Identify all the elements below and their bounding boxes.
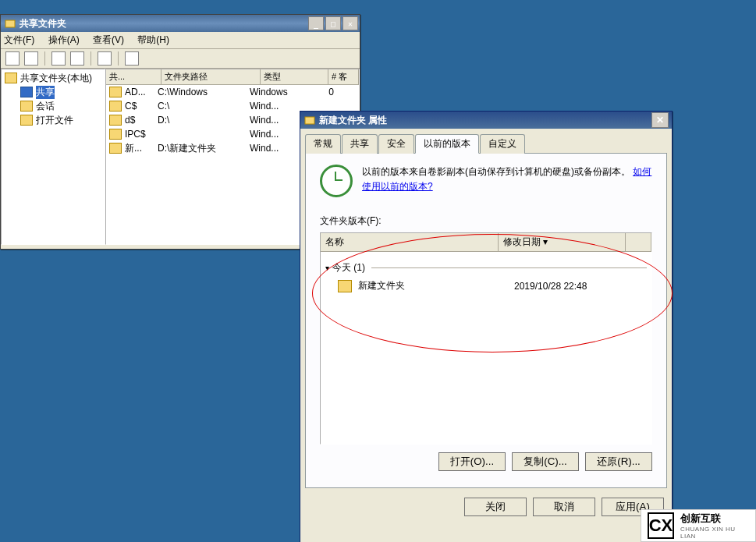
col-type[interactable]: 类型	[261, 69, 328, 84]
folder-icon	[338, 280, 352, 292]
versions-list[interactable]: 名称 修改日期 ▾ 今天 (1) 新建文件夹2019/10/28 22:48	[320, 232, 652, 445]
col-share-name[interactable]: 共...	[106, 69, 161, 84]
share-name: d$	[125, 115, 135, 126]
prop-titlebar[interactable]: 新建文件夹 属性 ✕	[300, 112, 672, 129]
sort-desc-icon: ▾	[543, 236, 548, 247]
folder-icon	[20, 101, 33, 112]
close-button[interactable]: ✕	[343, 16, 358, 30]
minimize-button[interactable]: _	[308, 16, 324, 30]
tab-customize[interactable]: 自定义	[480, 134, 525, 154]
versions-label: 文件夹版本(F):	[320, 214, 652, 228]
share-folder-icon	[109, 115, 122, 126]
main-titlebar[interactable]: 共享文件夹 _ □ ✕	[1, 15, 360, 32]
share-name: AD...	[125, 87, 146, 97]
brand-logo: CX 创新互联 CHUANG XIN HU LIAN	[641, 509, 756, 542]
main-title: 共享文件夹	[20, 17, 66, 30]
properties-dialog: 新建文件夹 属性 ✕ 常规 共享 安全 以前的版本 自定义 以前的版本来自卷影副…	[300, 111, 673, 542]
dialog-footer: 关闭 取消 应用(A)	[300, 493, 672, 523]
info-text: 以前的版本来自卷影副本(自动保存到计算机的硬盘)或备份副本。 如何使用以前的版本…	[362, 165, 652, 197]
share-connections: 0	[311, 87, 339, 97]
folder-icon	[5, 73, 17, 83]
version-date: 2019/10/28 22:48	[514, 281, 647, 292]
col-connections[interactable]: # 客	[328, 69, 359, 84]
svg-rect-1	[305, 117, 314, 124]
tab-security[interactable]: 安全	[378, 134, 414, 154]
tab-previous-versions[interactable]: 以前的版本	[415, 134, 479, 154]
col-date-label: 修改日期	[503, 236, 541, 247]
tb-refresh-icon[interactable]	[70, 51, 84, 66]
folder-icon	[303, 114, 316, 126]
tab-panel-previous-versions: 以前的版本来自卷影副本(自动保存到计算机的硬盘)或备份副本。 如何使用以前的版本…	[305, 153, 667, 488]
share-name: 新...	[125, 142, 142, 155]
col-name[interactable]: 名称	[321, 233, 499, 251]
tree-item-label: 会话	[36, 100, 55, 113]
nav-forward-icon[interactable]	[24, 51, 38, 66]
version-group-label: 今天 (1)	[332, 261, 365, 275]
share-row[interactable]: AD...C:\WindowsWindows0	[106, 85, 359, 99]
menu-view[interactable]: 查看(V)	[93, 34, 124, 45]
share-folder-icon	[109, 129, 122, 140]
cancel-button[interactable]: 取消	[533, 498, 595, 516]
nav-back-icon[interactable]	[5, 51, 20, 66]
app-icon	[4, 17, 16, 30]
brand-name-cn: 创新互联	[680, 512, 749, 526]
share-path: D:\	[158, 115, 250, 126]
tb-file-icon[interactable]	[51, 51, 66, 66]
maximize-button[interactable]: □	[325, 16, 341, 30]
col-spacer	[626, 233, 651, 251]
menubar: 文件(F) 操作(A) 查看(V) 帮助(H)	[1, 32, 360, 49]
tree-item-sessions[interactable]: 会话	[3, 99, 103, 113]
version-name: 新建文件夹	[358, 279, 514, 292]
tab-general[interactable]: 常规	[305, 134, 341, 154]
list-header[interactable]: 共... 文件夹路径 类型 # 客	[106, 69, 359, 85]
tree-root[interactable]: 共享文件夹(本地)	[3, 71, 103, 85]
share-name: IPC$	[125, 129, 146, 140]
tree-item-open-files[interactable]: 打开文件	[3, 113, 103, 127]
share-name: C$	[125, 101, 137, 112]
version-group-today[interactable]: 今天 (1)	[325, 261, 647, 275]
version-row[interactable]: 新建文件夹2019/10/28 22:48	[321, 278, 651, 294]
menu-file[interactable]: 文件(F)	[4, 34, 34, 45]
close-dialog-button[interactable]: 关闭	[464, 498, 527, 516]
col-folder-path[interactable]: 文件夹路径	[161, 69, 261, 84]
history-icon	[320, 165, 353, 197]
col-date[interactable]: 修改日期 ▾	[499, 233, 626, 251]
tree-item-label: 共享	[36, 86, 55, 99]
folder-icon	[20, 115, 33, 126]
share-path: C:\	[158, 101, 250, 112]
tree-root-label: 共享文件夹(本地)	[20, 72, 92, 85]
copy-button[interactable]: 复制(C)...	[512, 452, 579, 471]
tab-share[interactable]: 共享	[342, 134, 378, 154]
brand-name-en: CHUANG XIN HU LIAN	[680, 526, 749, 540]
folder-icon	[20, 87, 33, 97]
tb-export-icon[interactable]	[98, 51, 112, 66]
tb-help-icon[interactable]	[125, 51, 139, 66]
share-path: C:\Windows	[158, 87, 250, 97]
close-button[interactable]: ✕	[651, 112, 669, 128]
brand-mark: CX	[648, 512, 674, 539]
tree-item-shares[interactable]: 共享	[3, 85, 103, 99]
svg-rect-0	[5, 20, 15, 27]
share-folder-icon	[109, 87, 122, 97]
versions-header[interactable]: 名称 修改日期 ▾	[321, 233, 651, 252]
share-folder-icon	[109, 143, 122, 154]
menu-action[interactable]: 操作(A)	[48, 34, 80, 45]
share-type: Wind...	[250, 101, 311, 112]
share-path: D:\新建文件夹	[158, 142, 250, 155]
tab-bar: 常规 共享 安全 以前的版本 自定义	[300, 129, 672, 153]
menu-help[interactable]: 帮助(H)	[137, 34, 169, 45]
nav-tree[interactable]: 共享文件夹(本地) 共享 会话 打开文件	[1, 69, 105, 245]
prop-title: 新建文件夹 属性	[319, 114, 387, 127]
share-folder-icon	[109, 101, 122, 112]
share-type: Windows	[250, 87, 311, 97]
toolbar	[1, 49, 360, 69]
open-button[interactable]: 打开(O)...	[438, 452, 506, 471]
version-actions: 打开(O)... 复制(C)... 还原(R)...	[320, 452, 652, 471]
tree-item-label: 打开文件	[36, 114, 73, 127]
info-text-body: 以前的版本来自卷影副本(自动保存到计算机的硬盘)或备份副本。	[362, 166, 630, 177]
restore-button[interactable]: 还原(R)...	[585, 452, 652, 471]
